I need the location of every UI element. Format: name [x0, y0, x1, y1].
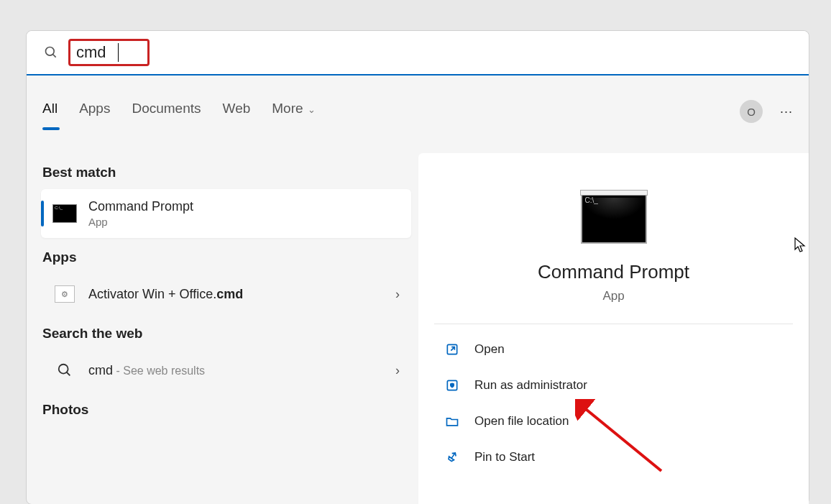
tab-all[interactable]: All — [42, 101, 58, 122]
result-command-prompt[interactable]: Command Prompt App — [41, 189, 411, 238]
pin-icon — [444, 449, 460, 465]
section-apps: Apps — [42, 249, 411, 265]
result-title: Command Prompt — [88, 199, 193, 214]
svg-point-0 — [46, 47, 55, 56]
preview-pane: Command Prompt App Open Run as administr… — [418, 153, 809, 504]
chevron-right-icon: › — [395, 287, 400, 302]
action-label: Open — [474, 342, 505, 357]
search-highlight-annotation: cmd — [68, 39, 150, 66]
active-tab-indicator — [42, 127, 60, 130]
svg-line-3 — [67, 372, 70, 376]
chevron-right-icon: › — [395, 363, 400, 378]
tab-apps[interactable]: Apps — [79, 101, 110, 122]
tab-web[interactable]: Web — [223, 101, 251, 122]
shield-icon — [444, 377, 460, 393]
section-search-web: Search the web — [42, 326, 411, 342]
result-title: Activator Win + Office.cmd — [88, 287, 243, 302]
action-label: Run as administrator — [474, 378, 587, 393]
folder-icon — [444, 413, 460, 429]
filter-tabs: All Apps Documents Web More⌄ O ··· — [42, 100, 793, 123]
search-bar[interactable]: cmd — [27, 31, 809, 75]
gear-icon: ⚙ — [55, 285, 75, 303]
result-subtitle: App — [88, 216, 193, 228]
result-web-search[interactable]: cmd - See web results › — [41, 350, 411, 390]
preview-title: Command Prompt — [418, 261, 809, 283]
action-pin-start[interactable]: Pin to Start — [418, 439, 809, 475]
divider — [434, 324, 793, 324]
more-options-icon[interactable]: ··· — [780, 104, 793, 119]
tab-documents[interactable]: Documents — [132, 101, 201, 122]
tab-more[interactable]: More⌄ — [272, 101, 315, 122]
open-icon — [444, 342, 460, 357]
svg-line-1 — [53, 55, 56, 58]
action-open[interactable]: Open — [418, 331, 809, 367]
preview-subtitle: App — [418, 289, 809, 303]
start-search-window: cmd All Apps Documents Web More⌄ O ··· B… — [26, 30, 809, 504]
section-photos: Photos — [42, 402, 411, 418]
search-icon — [57, 362, 73, 378]
action-label: Pin to Start — [474, 450, 535, 464]
text-cursor — [118, 43, 119, 62]
results-pane: Best match Command Prompt App Apps ⚙ Act… — [41, 153, 411, 426]
search-icon — [44, 45, 58, 60]
section-best-match: Best match — [42, 165, 411, 180]
search-input[interactable]: cmd — [76, 43, 119, 62]
result-activator[interactable]: ⚙ Activator Win + Office.cmd › — [41, 274, 411, 314]
action-label: Open file location — [474, 414, 569, 429]
user-avatar[interactable]: O — [740, 100, 763, 123]
cmd-icon — [52, 204, 77, 223]
svg-point-2 — [59, 365, 68, 374]
chevron-down-icon: ⌄ — [308, 104, 316, 115]
result-title: cmd - See web results — [88, 363, 205, 378]
cmd-preview-icon — [581, 191, 647, 244]
action-open-location[interactable]: Open file location — [418, 403, 809, 439]
action-run-admin[interactable]: Run as administrator — [418, 367, 809, 403]
